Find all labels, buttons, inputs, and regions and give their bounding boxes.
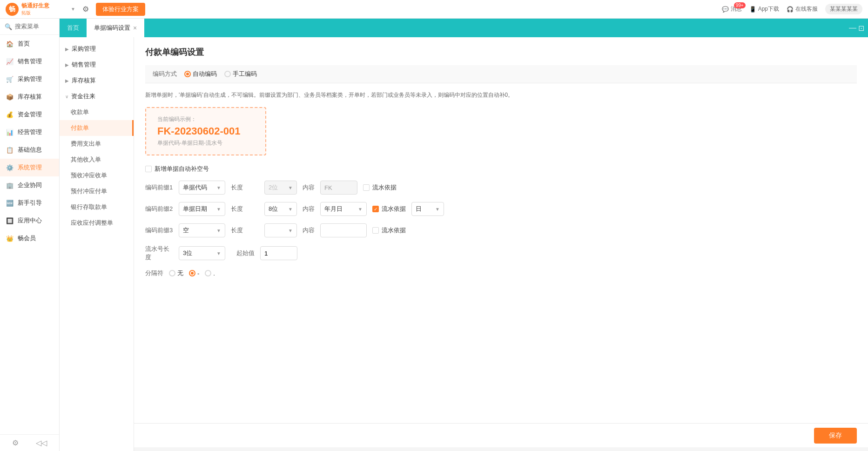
sep-dot-circle (205, 270, 211, 276)
length1-select[interactable]: 2位 ▼ (264, 181, 297, 195)
group-inventory: ▶ 库存核算 (60, 73, 134, 88)
page-title: 付款单编码设置 (145, 47, 857, 58)
logo: 畅 畅通好生意 拓版 (6, 2, 65, 16)
sidebar-item-home[interactable]: 🏠 首页 (0, 35, 59, 53)
stream2-checkbox-row[interactable]: ✓ 流水依据 (372, 205, 406, 213)
stream-length-select[interactable]: 3位 ▼ (179, 246, 225, 260)
stream2-label: 流水依据 (382, 205, 406, 213)
purchase-icon: 🛒 (6, 75, 14, 83)
content1-label: 内容 (303, 183, 315, 192)
tab-minimize-btn[interactable]: — (849, 24, 856, 32)
prefix1-row: 编码前缀1 单据代码 ▼ 长度 2位 ▼ 内容 FK (145, 181, 857, 195)
group-purchase-title[interactable]: ▶ 采购管理 (60, 41, 134, 57)
content-main: ▶ 采购管理 ▶ 销售管理 ▶ 库存核算 (60, 37, 868, 451)
content1-input[interactable]: FK (320, 181, 357, 195)
workspace-dropdown[interactable]: ▼ (69, 7, 75, 12)
sidebar-item-operations[interactable]: 📊 经营管理 (0, 123, 59, 141)
settings-icon[interactable]: ⚙ (79, 3, 92, 16)
start-value-label: 起始值 (236, 249, 255, 257)
chevron-down-icon: ▼ (216, 228, 221, 233)
sep-dash-radio[interactable]: - (189, 270, 199, 277)
auto-fill-checkbox[interactable] (145, 166, 152, 172)
sub-item-receivable-adjust[interactable]: 应收应付调整单 (60, 215, 134, 231)
save-button[interactable]: 保存 (814, 428, 857, 444)
member-icon: 👑 (6, 234, 14, 242)
phone-icon: 📱 (749, 6, 756, 13)
length2-select[interactable]: 8位 ▼ (264, 202, 297, 216)
prefix3-select[interactable]: 空 ▼ (179, 223, 225, 237)
start-value-input[interactable] (260, 246, 297, 260)
sep-dot-radio[interactable]: . (205, 270, 215, 277)
sidebar-item-apps[interactable]: 🔲 应用中心 (0, 212, 59, 229)
sub-item-prepay-pay[interactable]: 预付冲应付单 (60, 183, 134, 199)
chevron-down-icon: ▼ (216, 251, 221, 256)
group-finance-title[interactable]: ∨ 资金往来 (60, 88, 134, 104)
tab-maximize-btn[interactable]: ⊡ (858, 24, 864, 33)
stream1-checkbox-row[interactable]: 流水依据 (363, 183, 397, 192)
message-badge: 99+ (734, 2, 746, 8)
online-service-btn[interactable]: 🎧 在线客服 (787, 5, 818, 13)
sub-item-other-income[interactable]: 其他收入单 (60, 152, 134, 168)
sidebar-item-finance[interactable]: 💰 资金管理 (0, 106, 59, 123)
expand-icon: ▶ (65, 62, 69, 67)
group-inventory-title[interactable]: ▶ 库存核算 (60, 73, 134, 88)
tab-home[interactable]: 首页 (60, 19, 87, 37)
sidebar-item-basic[interactable]: 📋 基础信息 (0, 141, 59, 159)
auto-fill-label: 新增单据自动补空号 (155, 165, 209, 173)
app-download-btn[interactable]: 📱 App下载 (749, 5, 779, 13)
content3-input[interactable] (320, 223, 367, 237)
stream3-checkbox[interactable] (372, 227, 379, 234)
group-sales: ▶ 销售管理 (60, 57, 134, 73)
sidebar-item-purchase[interactable]: 🛒 采购管理 (0, 70, 59, 88)
auto-fill-checkbox-row[interactable]: 新增单据自动补空号 (145, 165, 857, 173)
tab-close-icon[interactable]: × (133, 24, 137, 32)
chevron-down-icon: ▼ (288, 185, 293, 190)
stream3-checkbox-row[interactable]: 流水依据 (372, 226, 406, 235)
prefix2-select[interactable]: 单据日期 ▼ (179, 202, 225, 216)
content-area: 首页 单据编码设置 × — ⊡ ▶ 采购管理 (60, 19, 868, 451)
guide-icon: 🆕 (6, 199, 14, 207)
sidebar-item-inventory[interactable]: 📦 库存核算 (0, 88, 59, 106)
prefix2-label: 编码前缀2 (145, 205, 173, 213)
page-content: 付款单编码设置 编码方式 自动编码 手工编码 (134, 37, 868, 451)
message-btn[interactable]: 💬 消息 99+ (722, 5, 742, 13)
sub-sidebar: ▶ 采购管理 ▶ 销售管理 ▶ 库存核算 (60, 37, 134, 451)
sidebar-item-system[interactable]: ⚙️ 系统管理 (0, 159, 59, 176)
length2-label: 长度 (231, 205, 259, 213)
sidebar-item-sales[interactable]: 📈 销售管理 (0, 53, 59, 70)
stream1-checkbox[interactable] (363, 184, 370, 191)
sub-item-prepay-receive[interactable]: 预收冲应收单 (60, 168, 134, 183)
stream3-label: 流水依据 (382, 226, 406, 235)
sidebar-item-guide[interactable]: 🆕 新手引导 (0, 194, 59, 212)
stream2-checkbox[interactable]: ✓ (372, 206, 379, 212)
sub-item-payment[interactable]: 付款单 (60, 120, 134, 136)
main-layout: 🔍 搜索菜单 🏠 首页 📈 销售管理 🛒 采购管理 📦 库存核算 💰 资金管理 … (0, 19, 868, 451)
sub-item-bank-deposit[interactable]: 银行存取款单 (60, 199, 134, 215)
sep-none-radio[interactable]: 无 (169, 269, 183, 277)
encode-method-label: 编码方式 (153, 70, 177, 78)
trial-btn[interactable]: 体验行业方案 (96, 3, 145, 16)
collapse-icon[interactable]: ◁◁ (36, 438, 47, 447)
prefix1-select[interactable]: 单据代码 ▼ (179, 181, 225, 195)
content2-select[interactable]: 年月日 ▼ (320, 202, 367, 216)
settings-bottom-icon[interactable]: ⚙ (12, 438, 19, 447)
group-sales-title[interactable]: ▶ 销售管理 (60, 57, 134, 73)
sub-item-receipt[interactable]: 收款单 (60, 104, 134, 120)
length3-select[interactable]: ▼ (264, 223, 297, 237)
group-finance: ∨ 资金往来 收款单 付款单 费用支出单 其他收入单 预收冲应收单 预付冲应付单… (60, 88, 134, 231)
chevron-down-icon: ▼ (435, 207, 440, 212)
user-profile[interactable]: 某某某某某 (825, 4, 862, 14)
preview-box: 当前编码示例： FK-20230602-001 单据代码-单据日期-流水号 (145, 107, 266, 155)
sub-item-expense[interactable]: 费用支出单 (60, 136, 134, 152)
sidebar-item-company[interactable]: 🏢 企业协同 (0, 176, 59, 194)
manual-encode-radio[interactable]: 手工编码 (224, 70, 257, 78)
headset-icon: 🎧 (787, 6, 794, 13)
search-menu[interactable]: 🔍 搜索菜单 (0, 19, 59, 35)
tab-encoding[interactable]: 单据编码设置 × (87, 19, 144, 37)
auto-encode-radio[interactable]: 自动编码 (184, 70, 217, 78)
stream2-period-select[interactable]: 日 ▼ (411, 202, 444, 216)
sidebar-item-member[interactable]: 👑 畅会员 (0, 229, 59, 247)
logo-icon: 畅 (6, 3, 19, 16)
chevron-down-icon: ▼ (71, 7, 75, 12)
sidebar: 🔍 搜索菜单 🏠 首页 📈 销售管理 🛒 采购管理 📦 库存核算 💰 资金管理 … (0, 19, 60, 451)
